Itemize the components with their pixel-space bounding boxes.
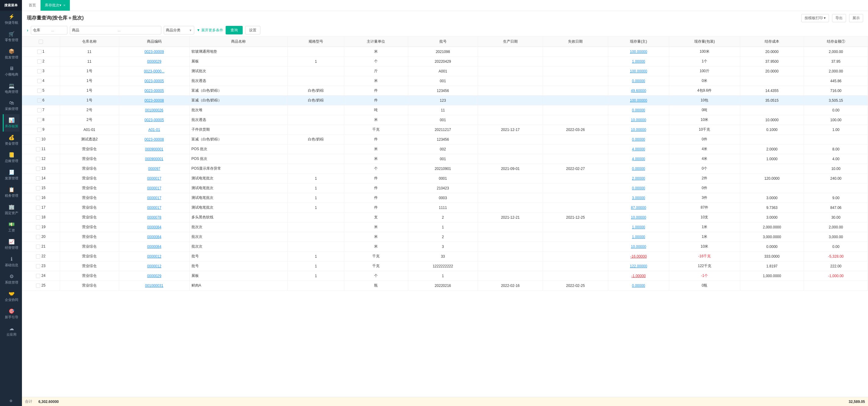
row-checkbox-18[interactable] bbox=[36, 225, 40, 229]
row-checkbox-12[interactable] bbox=[36, 167, 40, 171]
row-checkbox-0[interactable] bbox=[37, 49, 41, 54]
row-checkbox-4[interactable] bbox=[37, 89, 41, 93]
row-4-col-2[interactable]: 0023-00005 bbox=[119, 86, 189, 96]
tab-0[interactable]: 首页 bbox=[24, 0, 40, 11]
row-12-col-2[interactable]: 000097 bbox=[119, 164, 189, 174]
row-5-col-9[interactable]: 100.00000 bbox=[608, 96, 669, 105]
row-21-col-2[interactable]: 0000012 bbox=[119, 251, 189, 261]
row-11-col-2[interactable]: 000900001 bbox=[119, 154, 189, 164]
row-checkbox-19[interactable] bbox=[36, 235, 40, 239]
search-btn[interactable]: 查询 bbox=[226, 26, 243, 34]
sidebar-item-1[interactable]: 🛒零售管理 bbox=[3, 28, 20, 45]
row-9-col-9[interactable]: 0.00000 bbox=[608, 135, 669, 144]
row-10-col-9[interactable]: 4.00000 bbox=[608, 144, 669, 154]
row-checkbox-21[interactable] bbox=[36, 254, 40, 259]
setting-btn[interactable]: 设置 bbox=[245, 26, 260, 34]
row-checkbox-3[interactable] bbox=[37, 79, 41, 83]
row-2-col-9[interactable]: 100.00000 bbox=[608, 66, 669, 76]
row-17-col-2[interactable]: 0000078 bbox=[119, 212, 189, 222]
row-13-col-2[interactable]: 0000017 bbox=[119, 174, 189, 183]
row-18-col-9[interactable]: 1.00000 bbox=[608, 222, 669, 232]
tab-1[interactable]: 库存批次▾✕ bbox=[40, 0, 70, 11]
row-2-col-2[interactable]: 0023-0000... bbox=[119, 66, 189, 76]
sidebar-settings-btn[interactable]: ⚙ bbox=[0, 396, 22, 406]
row-20-col-2[interactable]: 0000084 bbox=[119, 242, 189, 251]
category-filter[interactable]: 商品分类 ▼ bbox=[164, 26, 194, 34]
row-13-col-9[interactable]: 2.00000 bbox=[608, 174, 669, 183]
row-14-col-9[interactable]: 0.00000 bbox=[608, 183, 669, 193]
row-checkbox-6[interactable] bbox=[37, 108, 41, 112]
warehouse-filter[interactable]: 仓库 ... bbox=[31, 26, 67, 34]
row-1-col-2[interactable]: 0000029 bbox=[119, 57, 189, 66]
print-btn[interactable]: 按模板打印 ▾ bbox=[801, 14, 829, 22]
row-checkbox-22[interactable] bbox=[36, 264, 40, 268]
row-checkbox-15[interactable] bbox=[36, 196, 40, 200]
sidebar-item-6[interactable]: 📊库存核算 bbox=[3, 114, 20, 132]
row-19-col-9[interactable]: 1.00000 bbox=[608, 232, 669, 242]
row-checkbox-17[interactable] bbox=[36, 215, 40, 219]
sidebar-item-9[interactable]: 🧾发票管理 bbox=[3, 166, 20, 184]
row-11-col-9[interactable]: 4.00000 bbox=[608, 154, 669, 164]
row-checkbox-11[interactable] bbox=[36, 157, 40, 161]
row-15-col-9[interactable]: 3.00000 bbox=[608, 193, 669, 203]
sidebar-item-12[interactable]: 💵工资 bbox=[3, 218, 20, 236]
row-15-col-2[interactable]: 0000017 bbox=[119, 193, 189, 203]
sidebar-item-8[interactable]: 📒总账管理 bbox=[3, 149, 20, 166]
sidebar-item-16[interactable]: 🤝企业协同 bbox=[3, 288, 20, 305]
display-btn[interactable]: 展示 bbox=[849, 14, 863, 22]
row-7-col-9[interactable]: 10.00000 bbox=[608, 115, 669, 125]
sidebar-item-14[interactable]: ℹ基础信息 bbox=[3, 253, 20, 270]
sidebar-item-10[interactable]: 📋税务管理 bbox=[3, 184, 20, 201]
row-checkbox-1[interactable] bbox=[37, 59, 41, 64]
row-checkbox-9[interactable] bbox=[36, 137, 40, 142]
row-6-col-2[interactable]: 001000026 bbox=[119, 105, 189, 115]
row-checkbox-24[interactable] bbox=[36, 283, 40, 288]
expand-more-btn[interactable]: ▼ 展开更多条件 bbox=[197, 28, 223, 33]
sidebar-item-11[interactable]: 🏢固定资产 bbox=[3, 201, 20, 218]
sidebar-item-0[interactable]: ⚡快捷导航 bbox=[3, 11, 20, 28]
sidebar-item-15[interactable]: ⚙系统管理 bbox=[3, 270, 20, 288]
sidebar-item-2[interactable]: 📦批发管理 bbox=[3, 45, 20, 63]
row-checkbox-23[interactable] bbox=[36, 274, 40, 278]
row-23-col-9[interactable]: -1.00000 bbox=[608, 271, 669, 281]
sidebar-item-5[interactable]: 🛍采购管理 bbox=[3, 97, 20, 114]
row-10-col-2[interactable]: 000900001 bbox=[119, 144, 189, 154]
row-5-col-2[interactable]: 0023-00008 bbox=[119, 96, 189, 105]
row-8-col-2[interactable]: A01-01 bbox=[119, 125, 189, 135]
row-24-col-9[interactable]: 0.00000 bbox=[608, 281, 669, 291]
sidebar-item-7[interactable]: 💰资金管理 bbox=[3, 132, 20, 149]
goods-filter[interactable]: 商品 ... bbox=[70, 26, 161, 34]
row-3-col-9[interactable]: 0.00000 bbox=[608, 76, 669, 86]
sidebar-item-13[interactable]: 📈经营管理 bbox=[3, 236, 20, 253]
row-4-col-9[interactable]: 49.60000 bbox=[608, 86, 669, 96]
row-23-col-2[interactable]: 0000029 bbox=[119, 271, 189, 281]
select-all-checkbox[interactable] bbox=[39, 40, 43, 44]
filter-arrow[interactable]: › bbox=[27, 28, 28, 33]
row-checkbox-2[interactable] bbox=[37, 69, 41, 73]
row-8-col-9[interactable]: 10.00000 bbox=[608, 125, 669, 135]
row-3-col-2[interactable]: 0023-00005 bbox=[119, 76, 189, 86]
sidebar-search[interactable]: 搜索菜单 bbox=[0, 0, 22, 11]
tab-close-1[interactable]: ✕ bbox=[63, 4, 66, 7]
row-14-col-2[interactable]: 0000017 bbox=[119, 183, 189, 193]
row-24-col-2[interactable]: 001000031 bbox=[119, 281, 189, 291]
row-0-col-2[interactable]: 0023-00009 bbox=[119, 47, 189, 57]
row-22-col-9[interactable]: 122.00000 bbox=[608, 261, 669, 271]
row-1-col-9[interactable]: 1.00000 bbox=[608, 57, 669, 66]
row-checkbox-10[interactable] bbox=[36, 147, 40, 151]
row-checkbox-16[interactable] bbox=[36, 206, 40, 210]
export-btn[interactable]: 导出 bbox=[832, 14, 846, 22]
row-0-col-9[interactable]: 100.00000 bbox=[608, 47, 669, 57]
row-checkbox-14[interactable] bbox=[36, 186, 40, 190]
sidebar-item-3[interactable]: 🖥小额电商 bbox=[3, 63, 20, 80]
row-9-col-2[interactable]: 0023-00008 bbox=[119, 135, 189, 144]
sidebar-item-18[interactable]: ☁云应用 bbox=[3, 323, 20, 340]
sidebar-item-4[interactable]: 💻电商管理 bbox=[3, 80, 20, 97]
row-21-col-9[interactable]: -16.00000 bbox=[608, 251, 669, 261]
row-checkbox-20[interactable] bbox=[36, 244, 40, 249]
row-7-col-2[interactable]: 0023-00005 bbox=[119, 115, 189, 125]
row-19-col-2[interactable]: 0000084 bbox=[119, 232, 189, 242]
row-22-col-2[interactable]: 0000012 bbox=[119, 261, 189, 271]
row-16-col-2[interactable]: 0000017 bbox=[119, 203, 189, 212]
row-16-col-9[interactable]: 87.00000 bbox=[608, 203, 669, 212]
